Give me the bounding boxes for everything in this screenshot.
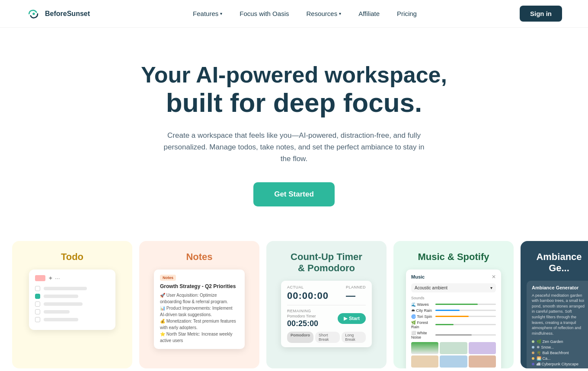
timer-card-title: Count-Up Timer& Pomodoro xyxy=(291,251,362,274)
nav-resources[interactable]: Resources ▾ xyxy=(299,6,348,21)
short-break-tab[interactable]: Short Break xyxy=(315,332,340,343)
todo-line xyxy=(44,318,78,321)
logo[interactable]: BeforeSunset xyxy=(26,9,90,19)
timer-sub-label: REMAINING xyxy=(287,309,318,313)
signin-button[interactable]: Sign in xyxy=(520,6,562,22)
nav-pricing[interactable]: Pricing xyxy=(390,6,424,21)
todo-checkbox xyxy=(35,309,40,314)
timer-tabs: Pomodoro Short Break Long Break xyxy=(287,332,366,343)
todo-checkbox xyxy=(35,301,40,307)
music-slider-row: 🌧 City Rain xyxy=(411,308,496,313)
ambiance-color-dot xyxy=(532,363,534,365)
todo-row xyxy=(35,286,109,291)
timer-preview: ACTUAL 00:00:00 PLANNED — REMAINING Pomo… xyxy=(281,281,372,347)
todo-line xyxy=(44,287,87,290)
nav-features[interactable]: Features ▾ xyxy=(186,6,229,21)
get-started-button[interactable]: Get Started xyxy=(253,182,335,206)
notes-preview: Notes Growth Strategy - Q2 Priorities 🚀 … xyxy=(154,270,245,349)
music-slider-row: ⬜ White Noise xyxy=(411,331,496,339)
todo-options-icon: ✦ ··· xyxy=(48,275,60,282)
hero-subtitle: Create a workspace that feels like you—A… xyxy=(160,130,428,165)
chevron-down-icon: ▾ xyxy=(220,11,222,16)
todo-checkbox xyxy=(35,286,40,291)
music-slider-row: 🌊 Waves xyxy=(411,302,496,307)
nav-affiliate[interactable]: Affiliate xyxy=(352,6,387,21)
album-art xyxy=(440,342,467,354)
todo-line xyxy=(44,295,78,298)
album-art xyxy=(411,355,438,368)
ambiance-item: 🌴 Bali Beachfront xyxy=(532,351,586,355)
music-card-title: Music & Spotify xyxy=(418,251,489,263)
music-slider-row: 🌀 Tori Spin xyxy=(411,314,496,319)
nav-links: Features ▾ Focus with Oasis Resources ▾ … xyxy=(186,6,424,21)
feature-card-music: Music & Spotify Music ✕ Acoustic ambient… xyxy=(393,241,514,368)
chevron-down-icon: ▾ xyxy=(490,285,492,290)
timer-planned-time: — xyxy=(346,290,366,301)
ambiance-color-dot xyxy=(532,352,534,354)
navbar: BeforeSunset Features ▾ Focus with Oasis… xyxy=(0,0,588,28)
hero-title-line1: Your AI-powered workspace, xyxy=(9,62,579,88)
music-album-grid xyxy=(411,342,496,368)
timer-actual-label: ACTUAL xyxy=(287,285,329,289)
ambiance-color-dot xyxy=(532,346,534,349)
todo-row xyxy=(35,317,109,322)
music-close-icon[interactable]: ✕ xyxy=(492,274,496,280)
notes-heading: Growth Strategy - Q2 Priorities xyxy=(160,283,239,289)
notes-card-title: Notes xyxy=(186,251,212,263)
timer-planned-label: PLANNED xyxy=(346,285,366,289)
todo-line xyxy=(44,310,70,314)
todo-checkbox-checked xyxy=(35,294,40,299)
logo-text: BeforeSunset xyxy=(45,10,90,18)
feature-card-todo: Todo ✦ ··· xyxy=(12,241,132,368)
timer-actual-time: 00:00:00 xyxy=(287,290,329,301)
nav-focus-oasis[interactable]: Focus with Oasis xyxy=(233,6,296,21)
todo-line xyxy=(44,302,83,306)
ambiance-color-dot xyxy=(532,357,534,360)
hero-section: Your AI-powered workspace, built for dee… xyxy=(0,28,588,232)
pomodoro-time: 00:25:00 xyxy=(287,319,318,328)
pomodoro-tab[interactable]: Pomodoro xyxy=(287,332,313,343)
ambiance-heading: Ambiance Generator xyxy=(532,285,586,290)
ambiance-item: ❄ Snow... xyxy=(532,345,586,349)
music-slider-row: 🌿 Forest Rain xyxy=(411,320,496,329)
hero-title-line2: built for deep focus. xyxy=(9,88,579,117)
music-preview: Music ✕ Acoustic ambient ▾ Sounds 🌊 Wave… xyxy=(406,270,501,368)
svg-point-0 xyxy=(32,13,35,15)
music-ambient-select[interactable]: Acoustic ambient ▾ xyxy=(411,283,496,292)
album-art xyxy=(469,355,496,368)
notes-tag: Notes xyxy=(160,275,176,281)
feature-card-notes: Notes Notes Growth Strategy - Q2 Priorit… xyxy=(139,241,259,368)
music-panel-title: Music xyxy=(411,274,425,279)
album-art xyxy=(440,355,467,368)
long-break-tab[interactable]: Long Break xyxy=(342,332,366,343)
ambiance-card-title: AmbianceGe... xyxy=(536,251,582,274)
album-art xyxy=(469,342,496,354)
pomodoro-label: Pomodoro Timer xyxy=(287,314,318,318)
todo-checkbox xyxy=(35,317,40,322)
ambiance-item: 🌅 Ca... xyxy=(532,356,586,361)
feature-strip: Todo ✦ ··· xyxy=(0,241,588,368)
todo-preview: ✦ ··· xyxy=(29,270,115,330)
ambiance-item: 🌿 Zen Garden xyxy=(532,339,586,344)
todo-card-title: Todo xyxy=(61,251,83,263)
todo-row xyxy=(35,301,109,307)
play-icon: ▶ xyxy=(344,316,347,321)
chevron-down-icon: ▾ xyxy=(339,11,341,16)
ambiance-item: 🏙 Cyberpunk Cityscape xyxy=(532,362,586,366)
sounds-label: Sounds xyxy=(411,296,496,300)
feature-card-timer: Count-Up Timer& Pomodoro ACTUAL 00:00:00… xyxy=(266,241,387,368)
ambiance-preview: Ambiance Generator A peaceful meditation… xyxy=(527,281,588,368)
timer-divider xyxy=(287,305,366,305)
todo-row xyxy=(35,309,109,314)
album-art xyxy=(411,342,438,354)
ambiance-description: A peaceful meditation garden with bamboo… xyxy=(532,293,586,336)
notes-body: 🚀 User Acquisition: Optimize onboarding … xyxy=(160,292,239,344)
todo-row xyxy=(35,294,109,299)
timer-start-button[interactable]: ▶ Start xyxy=(338,313,366,324)
feature-card-ambiance: AmbianceGe... Ambiance Generator A peace… xyxy=(521,241,588,368)
ambiance-color-dot xyxy=(532,340,534,343)
todo-color-dot xyxy=(35,275,45,281)
